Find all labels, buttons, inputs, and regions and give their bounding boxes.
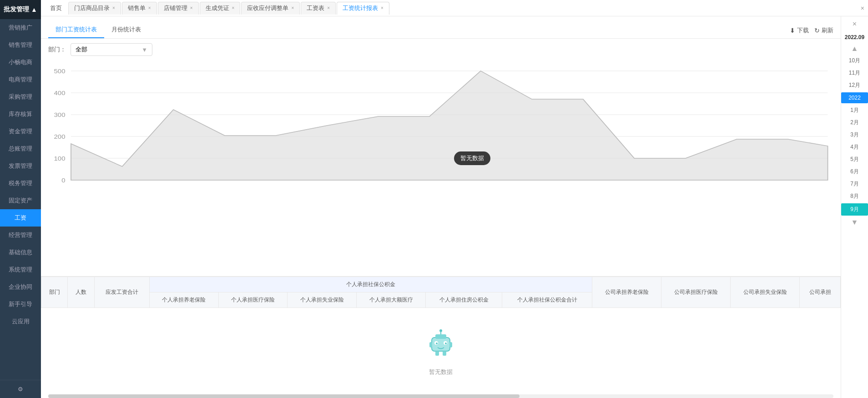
sidebar-item-xtgl[interactable]: 系统管理: [0, 261, 41, 278]
timeline-jan[interactable]: 1月: [841, 104, 868, 116]
main-area: 首页 门店商品目录 × 销售单 × 店铺管理 × 生成凭证 × 应收应付调整单 …: [41, 0, 868, 398]
tab-payroll-report[interactable]: 工资统计报表 ×: [337, 2, 389, 15]
sidebar-item-swgl[interactable]: 税务管理: [0, 175, 41, 192]
tab-generate-voucher[interactable]: 生成凭证 ×: [200, 2, 241, 15]
col-personal-medical: 个人承担医疗保险: [218, 292, 288, 308]
tab-payroll[interactable]: 工资表 ×: [301, 2, 336, 15]
sidebar-settings-button[interactable]: ⚙: [0, 380, 41, 398]
tab-close-shop-manage[interactable]: ×: [190, 6, 193, 10]
tab-home[interactable]: 首页: [45, 2, 67, 15]
chevron-down-icon: ▼: [141, 46, 147, 53]
sidebar-item-xced[interactable]: 小畅电商: [0, 54, 41, 71]
timeline-may[interactable]: 5月: [841, 153, 868, 166]
tab-close-sales[interactable]: ×: [148, 6, 151, 10]
timeline-oct[interactable]: 10月: [841, 55, 868, 67]
sidebar-item-cggl[interactable]: 采购管理: [0, 88, 41, 106]
tab-close-payroll-report[interactable]: ×: [381, 6, 384, 10]
dept-filter-label: 部门：: [48, 45, 66, 54]
sidebar-item-jygl[interactable]: 经营管理: [0, 227, 41, 244]
table-wrapper: 部门 人数 应发工资合计 个人承担社保公积金: [41, 276, 841, 394]
col-personal-pension: 个人承担养老保险: [149, 292, 218, 308]
tab-bar: 首页 门店商品目录 × 销售单 × 店铺管理 × 生成凭证 × 应收应付调整单 …: [41, 0, 868, 16]
sidebar-item-gdzy[interactable]: 固定资产: [0, 192, 41, 209]
sidebar-item-zzgl[interactable]: 总账管理: [0, 140, 41, 157]
sub-tab-dept[interactable]: 部门工资统计表: [48, 22, 104, 38]
timeline-down-button[interactable]: ▼: [849, 217, 860, 228]
timeline-dec[interactable]: 12月: [841, 79, 868, 91]
svg-text:300: 300: [54, 112, 66, 118]
tab-bar-close-icon[interactable]: ×: [861, 5, 864, 12]
sidebar: 批发管理 ▲ 营销推广 销售管理 小畅电商 电商管理 采购管理 库存核算 资金管…: [0, 0, 41, 398]
col-company-other: 公司承担: [800, 277, 841, 308]
col-company-pension: 公司承担养老保险: [592, 277, 661, 308]
timeline-aug[interactable]: 8月: [841, 190, 868, 202]
timeline-feb[interactable]: 2月: [841, 116, 868, 129]
page-payroll-stats: 部门工资统计表 月份统计表 ⬇ 下载 ↻ 刷新: [41, 16, 841, 398]
svg-point-19: [445, 343, 447, 344]
sidebar-item-dsgl[interactable]: 电商管理: [0, 71, 41, 88]
h-scrollbar-thumb[interactable]: [48, 394, 520, 398]
col-group-personal: 个人承担社保公积金: [149, 277, 592, 292]
sidebar-item-yxtt[interactable]: 营销推广: [0, 19, 41, 36]
sidebar-item-fpgl[interactable]: 发票管理: [0, 157, 41, 175]
empty-state: 暂无数据: [41, 308, 841, 394]
tab-close-generate-voucher[interactable]: ×: [232, 6, 235, 10]
sidebar-item-kchk[interactable]: 库存核算: [0, 106, 41, 123]
tab-shop-manage[interactable]: 店铺管理 ×: [158, 2, 199, 15]
tab-close-receivable-adjust[interactable]: ×: [291, 6, 294, 10]
col-personal-unemployment: 个人承担失业保险: [288, 292, 357, 308]
col-dept: 部门: [41, 277, 68, 308]
timeline-year-2022[interactable]: 2022: [841, 92, 868, 103]
timeline-panel: × 2022.09 ▲ 10月 11月 12月 2022 1月 2月 3月 4月…: [841, 16, 868, 398]
sidebar-item-xsgl[interactable]: 销售管理: [0, 36, 41, 54]
sidebar-header[interactable]: 批发管理 ▲: [0, 0, 41, 19]
svg-text:0: 0: [61, 177, 66, 183]
tab-close-store-catalog[interactable]: ×: [112, 6, 115, 10]
svg-text:100: 100: [54, 156, 66, 161]
svg-point-18: [436, 343, 438, 344]
sub-tab-month[interactable]: 月份统计表: [104, 22, 148, 38]
timeline-jul[interactable]: 7月: [841, 178, 868, 190]
chart-container: 500 400 300 200 100 0: [48, 64, 833, 272]
timeline-nov[interactable]: 11月: [841, 67, 868, 79]
sidebar-item-xsyd[interactable]: 新手引导: [0, 296, 41, 313]
sidebar-item-gz[interactable]: 工资: [0, 209, 41, 227]
download-button[interactable]: ⬇ 下载: [790, 26, 809, 35]
tab-store-catalog[interactable]: 门店商品目录 ×: [68, 2, 121, 15]
timeline-up-button[interactable]: ▲: [849, 43, 860, 55]
timeline-jun[interactable]: 6月: [841, 166, 868, 178]
chart-no-data-tooltip: 暂无数据: [454, 151, 490, 165]
svg-rect-20: [429, 342, 432, 348]
download-icon: ⬇: [790, 27, 795, 34]
col-total-salary: 应发工资合计: [94, 277, 149, 308]
sidebar-item-qyxt[interactable]: 企业协同: [0, 278, 41, 296]
svg-rect-23: [443, 351, 446, 356]
sidebar-title: 批发管理: [4, 5, 29, 14]
dept-filter-select[interactable]: 全部 ▼: [71, 43, 152, 56]
svg-rect-22: [435, 351, 439, 356]
col-count: 人数: [68, 277, 94, 308]
timeline-mar[interactable]: 3月: [841, 129, 868, 141]
refresh-button[interactable]: ↻ 刷新: [814, 26, 833, 35]
timeline-apr[interactable]: 4月: [841, 141, 868, 153]
col-personal-total: 个人承担社保公积金合计: [502, 292, 592, 308]
svg-text:200: 200: [54, 134, 66, 140]
gear-icon: ⚙: [18, 386, 23, 393]
sidebar-arrow-icon: ▲: [31, 6, 37, 13]
col-company-medical: 公司承担医疗保险: [661, 277, 731, 308]
svg-rect-21: [449, 342, 452, 348]
sub-tabs: 部门工资统计表 月份统计表 ⬇ 下载 ↻ 刷新: [41, 16, 841, 39]
timeline-date-header: 2022.09: [841, 32, 868, 43]
filter-bar: 部门： 全部 ▼: [41, 39, 841, 60]
timeline-sep[interactable]: 9月: [841, 203, 868, 216]
sidebar-item-yy[interactable]: 云应用: [0, 313, 41, 330]
tab-sales[interactable]: 销售单 ×: [122, 2, 157, 15]
tab-receivable-adjust[interactable]: 应收应付调整单 ×: [241, 2, 300, 15]
sidebar-item-zjgl[interactable]: 资金管理: [0, 123, 41, 140]
sidebar-item-jcxx[interactable]: 基础信息: [0, 244, 41, 261]
svg-rect-13: [435, 334, 446, 339]
h-scrollbar[interactable]: [48, 394, 833, 398]
tab-close-payroll[interactable]: ×: [327, 6, 330, 10]
svg-text:400: 400: [54, 90, 66, 96]
timeline-close-button[interactable]: ×: [853, 20, 857, 28]
